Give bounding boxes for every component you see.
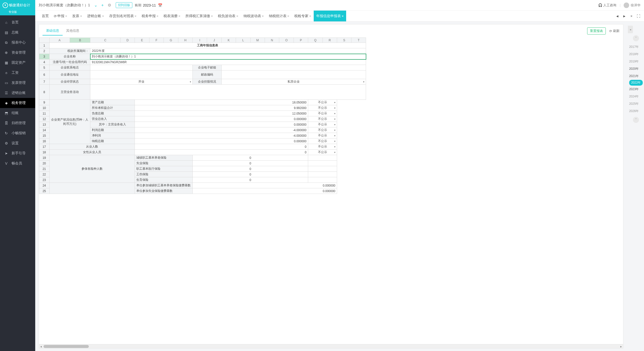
row-header-20[interactable]: 20: [39, 161, 50, 166]
consult-link[interactable]: 🎧 人工咨询: [598, 3, 616, 8]
col-header-Q[interactable]: Q: [308, 38, 323, 43]
old-version-button[interactable]: 切到旧版: [116, 2, 132, 8]
tab-0[interactable]: 首页: [39, 11, 51, 21]
account-selector[interactable]: 刘小艳演示账套（勿删勿动！）1: [39, 3, 90, 8]
sidebar-item-9[interactable]: ⬒结账: [0, 108, 35, 118]
sidebar-item-3[interactable]: ⊕资金管理: [0, 48, 35, 58]
calendar-icon[interactable]: 📅: [158, 3, 162, 7]
col-header-T[interactable]: T: [351, 38, 366, 43]
gear-icon[interactable]: ⚙: [108, 3, 111, 8]
row-header-2[interactable]: 2: [39, 48, 50, 54]
col-header-B[interactable]: B: [70, 38, 90, 43]
row-header-21[interactable]: 21: [39, 166, 50, 172]
row-header-1[interactable]: 1: [39, 43, 50, 48]
rail-collapse-icon[interactable]: ◂: [628, 26, 633, 33]
sidebar-item-6[interactable]: ▭发票管理: [0, 78, 35, 88]
close-icon[interactable]: ×: [156, 14, 158, 18]
col-header-C[interactable]: C: [90, 38, 120, 43]
row-header-22[interactable]: 22: [39, 172, 50, 177]
col-header-S[interactable]: S: [337, 38, 351, 43]
plus-icon[interactable]: +: [101, 3, 104, 8]
sidebar-item-0[interactable]: ⌂首页: [0, 17, 35, 27]
tab-1[interactable]: ⟳申报×: [51, 11, 70, 21]
row-header-13[interactable]: 13: [39, 122, 50, 127]
tab-12[interactable]: 年报信息申报表×: [314, 11, 346, 21]
close-icon[interactable]: ×: [102, 14, 104, 18]
row-header-12[interactable]: 12: [39, 116, 50, 122]
row-header-19[interactable]: 19: [39, 155, 50, 161]
row-header-23[interactable]: 23: [39, 177, 50, 183]
close-icon[interactable]: ×: [135, 14, 137, 18]
row-header-6[interactable]: 6: [39, 71, 50, 79]
col-header-K[interactable]: K: [221, 38, 236, 43]
col-header-D[interactable]: D: [120, 38, 135, 43]
scrollbar-thumb[interactable]: [44, 345, 89, 348]
period-value[interactable]: 2023-11: [143, 3, 156, 7]
sidebar-item-13[interactable]: ➤新手引导: [0, 148, 35, 158]
row-header-9[interactable]: 9: [39, 100, 50, 105]
holding-select[interactable]: 私营企业: [221, 79, 366, 85]
corner-cell[interactable]: [39, 38, 50, 43]
col-header-F[interactable]: F: [149, 38, 164, 43]
reset-report-button[interactable]: 重置报表: [587, 27, 606, 34]
col-header-M[interactable]: M: [250, 38, 265, 43]
year-2023年[interactable]: 2023年: [629, 86, 643, 93]
row-header-25[interactable]: 25: [39, 188, 50, 194]
row-header-10[interactable]: 10: [39, 105, 50, 111]
sidebar-item-14[interactable]: V畅会员: [0, 158, 35, 168]
row-header-15[interactable]: 15: [39, 133, 50, 138]
year-up-arrow[interactable]: ˄: [633, 35, 639, 41]
sidebar-item-7[interactable]: ☰进销台账: [0, 88, 35, 98]
tab-close-all[interactable]: ×: [628, 14, 635, 18]
close-icon[interactable]: ×: [65, 14, 67, 18]
tab-5[interactable]: 税务申报×: [139, 11, 161, 21]
year-2022年[interactable]: 2022年: [629, 80, 643, 86]
sidebar-item-5[interactable]: ⌾工资: [0, 68, 35, 78]
tab-9[interactable]: 纳税波动表×: [241, 11, 266, 21]
close-icon[interactable]: ×: [309, 14, 311, 18]
close-icon[interactable]: ×: [236, 14, 238, 18]
tab-8[interactable]: 税负波动表×: [215, 11, 241, 21]
col-header-R[interactable]: R: [323, 38, 337, 43]
tab-10[interactable]: 纳税统计表×: [266, 11, 292, 21]
chevron-down-icon[interactable]: ⌄: [94, 3, 97, 8]
sidebar-item-8[interactable]: ◈税务管理: [0, 98, 35, 108]
row-header-11[interactable]: 11: [39, 111, 50, 116]
col-header-E[interactable]: E: [135, 38, 149, 43]
year-down-arrow[interactable]: ˅: [633, 117, 639, 123]
company-name-cell[interactable]: 刘小艳演示账套（勿删勿动！）1: [90, 54, 366, 59]
spreadsheet[interactable]: ABCDEFGHIJKLMNOPQRST 1工商年报信息表2税款所属期间：202…: [39, 38, 623, 344]
horizontal-scrollbar[interactable]: ◄ ►: [39, 344, 623, 348]
sidebar-item-12[interactable]: ⚙设置: [0, 138, 35, 148]
refresh-button[interactable]: ⟳ 刷新: [609, 29, 620, 33]
row-header-5[interactable]: 5: [39, 65, 50, 71]
row-header-17[interactable]: 17: [39, 144, 50, 150]
scroll-left-arrow[interactable]: ◄: [39, 344, 43, 348]
close-icon[interactable]: ×: [262, 14, 264, 18]
row-header-4[interactable]: 4: [39, 59, 50, 65]
col-header-A[interactable]: A: [49, 38, 70, 43]
row-header-7[interactable]: 7: [39, 79, 50, 85]
tab-7[interactable]: 所得税汇算清缴×: [183, 11, 215, 21]
row-header-14[interactable]: 14: [39, 127, 50, 133]
sidebar-item-2[interactable]: ⧉报表中心: [0, 38, 35, 48]
row-header-8[interactable]: 8: [39, 85, 50, 100]
sidebar-item-10[interactable]: 🗄归档管理: [0, 118, 35, 128]
subtab-1[interactable]: 其他信息: [63, 26, 83, 36]
status-select[interactable]: 开业: [90, 79, 193, 85]
close-icon[interactable]: ×: [211, 14, 213, 18]
tab-11[interactable]: 税检专家×: [292, 11, 314, 21]
col-header-G[interactable]: G: [164, 38, 178, 43]
tab-4[interactable]: 存货别名对照表×: [107, 11, 139, 21]
tab-fullscreen[interactable]: ⛶: [635, 14, 642, 18]
col-header-O[interactable]: O: [279, 38, 294, 43]
close-icon[interactable]: ×: [178, 14, 180, 18]
tab-6[interactable]: 税表清册×: [161, 11, 183, 21]
user-menu[interactable]: 徐泽华: [624, 3, 640, 8]
col-header-N[interactable]: N: [265, 38, 279, 43]
row-header-18[interactable]: 18: [39, 150, 50, 155]
tab-2[interactable]: 发票×: [70, 11, 85, 21]
col-header-P[interactable]: P: [294, 38, 308, 43]
tab-3[interactable]: 进销台账×: [85, 11, 106, 21]
row-header-3[interactable]: 3: [39, 54, 50, 59]
